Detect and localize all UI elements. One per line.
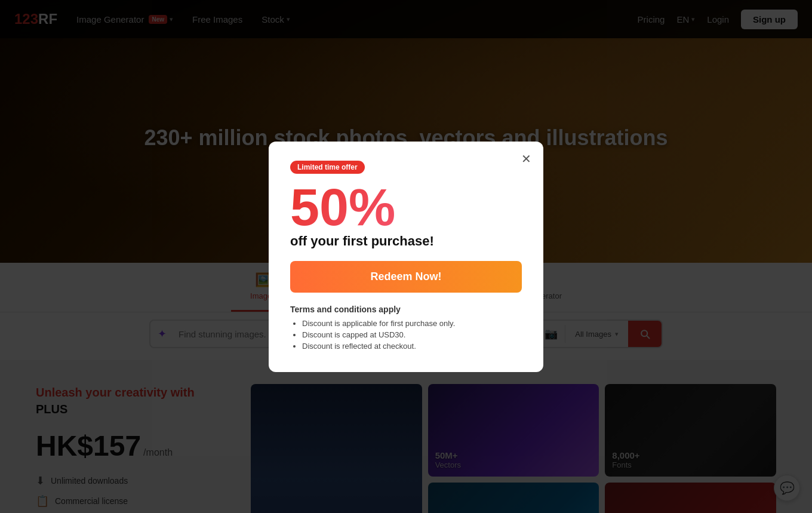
promo-modal: ✕ Limited time offer 50% off your first …: [269, 142, 543, 372]
modal-cta-button[interactable]: Redeem Now!: [290, 261, 522, 293]
modal-close-button[interactable]: ✕: [517, 150, 535, 168]
modal-terms-list: Discount is applicable for first purchas…: [290, 319, 522, 351]
modal-tag: Limited time offer: [290, 161, 365, 174]
modal-overlay[interactable]: ✕ Limited time offer 50% off your first …: [0, 0, 812, 513]
modal-term-item: Discount is capped at USD30.: [302, 330, 522, 339]
modal-percent: 50%: [290, 181, 522, 234]
modal-subtitle: off your first purchase!: [290, 234, 522, 249]
modal-term-item: Discount is reflected at checkout.: [302, 342, 522, 351]
modal-terms-title: Terms and conditions apply: [290, 305, 522, 314]
modal-term-item: Discount is applicable for first purchas…: [302, 319, 522, 328]
